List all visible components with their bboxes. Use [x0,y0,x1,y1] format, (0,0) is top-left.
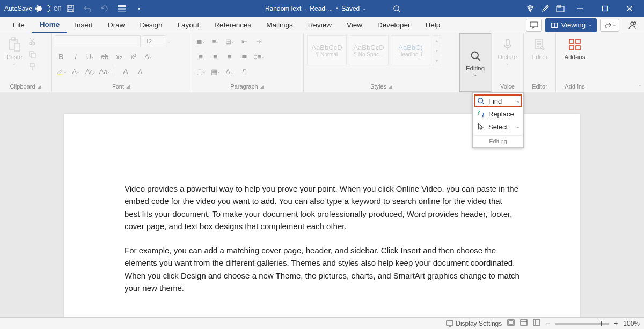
font-size-select[interactable]: 12 [143,35,165,47]
editing-dropdown: Find ⌵ Replace Select ⌵ Editing [472,92,524,148]
zoom-out-button[interactable]: − [546,320,550,327]
decrease-indent-button[interactable]: ⇤ [238,35,251,47]
format-painter-icon[interactable] [27,62,37,72]
cut-icon[interactable] [27,36,37,46]
styles-down-icon[interactable]: ▾ [433,46,441,55]
close-button[interactable] [617,0,642,17]
find-menu-item[interactable]: Find ⌵ [474,94,522,107]
display-settings-button[interactable]: Display Settings [446,320,502,327]
styles-more-icon[interactable]: ▾ [433,56,441,65]
align-center-button[interactable]: ≡ [209,50,222,62]
borders-button[interactable]: ▦⌵ [209,65,222,77]
highlight-button[interactable]: ⌵ [55,65,68,77]
editor-button[interactable]: Editor [528,35,551,61]
increase-indent-button[interactable]: ⇥ [252,35,265,47]
select-split-arrow-icon[interactable]: ⌵ [517,124,519,129]
editing-button[interactable]: Editing ⌵ [459,33,491,92]
font-name-select[interactable] [55,35,141,47]
tab-references[interactable]: References [207,17,259,33]
diamond-icon[interactable] [523,1,538,16]
tab-design[interactable]: Design [133,17,170,33]
zoom-in-button[interactable]: + [614,320,618,327]
svg-rect-4 [118,8,126,10]
numbering-button[interactable]: ≡⌵ [209,35,222,47]
view-focus-icon[interactable] [507,319,515,327]
multilevel-button[interactable]: ⊟⌵ [223,35,236,47]
dictate-button[interactable]: Dictate ⌵ [495,35,521,67]
tab-help[interactable]: Help [418,17,448,33]
view-print-icon[interactable] [520,319,528,327]
copy-icon[interactable] [27,49,37,59]
strike-button[interactable]: ab [98,50,111,62]
clear-format-button[interactable]: A◇ [84,65,97,77]
brush-icon[interactable] [538,1,553,16]
tab-view[interactable]: View [339,17,370,33]
shrink-font-button[interactable]: A [134,65,147,77]
collapse-ribbon-icon[interactable]: ˆ [639,84,641,90]
share-button[interactable]: ⌵ [600,19,619,32]
tab-draw[interactable]: Draw [100,17,133,33]
maximize-button[interactable] [592,0,617,17]
tab-developer[interactable]: Developer [370,17,418,33]
redo-icon[interactable] [97,1,112,16]
viewing-mode-button[interactable]: Viewing ⌵ [545,18,597,32]
select-menu-item[interactable]: Select ⌵ [474,120,522,133]
account-icon[interactable] [626,19,639,32]
shading-button[interactable]: ▢⌵ [194,65,207,77]
paste-button[interactable]: Paste ⌵ [3,35,25,67]
justify-button[interactable]: ≣ [238,50,251,62]
paragraph-launcher-icon[interactable]: ◢ [260,84,264,89]
style-normal[interactable]: AaBbCcD ¶ Normal [307,35,347,65]
change-case-button[interactable]: Aa⌵ [98,65,111,77]
clipboard-group-label: Clipboard [10,83,35,90]
font-launcher-icon[interactable]: ◢ [126,84,130,89]
italic-button[interactable]: I [69,50,82,62]
underline-button[interactable]: U⌵ [84,50,97,62]
autosave-toggle[interactable]: AutoSave Off [4,5,61,12]
tab-review[interactable]: Review [301,17,339,33]
show-marks-button[interactable]: ¶ [238,65,251,77]
zoom-level[interactable]: 100% [623,320,640,327]
clipboard-launcher-icon[interactable]: ◢ [38,84,41,89]
styles-up-icon[interactable]: ▴ [433,35,441,45]
replace-menu-item[interactable]: Replace [474,107,522,120]
addins-label: Add-ins [565,54,586,60]
view-web-icon[interactable] [533,319,540,327]
style-no-spacing[interactable]: AaBbCcD ¶ No Spac... [349,35,389,65]
search-icon[interactable] [389,1,404,16]
tab-mailings[interactable]: Mailings [259,17,301,33]
tab-file[interactable]: File [5,17,32,33]
voice-group-label: Voice [495,82,520,91]
style-heading-1[interactable]: AaBbC( Heading 1 [391,35,430,65]
find-split-arrow-icon[interactable]: ⌵ [517,98,519,104]
sort-button[interactable]: A↓ [223,65,236,77]
font-color-button[interactable]: A⌵ [69,65,82,77]
superscript-button[interactable]: x² [127,50,140,62]
bullets-button[interactable]: ≣⌵ [194,35,207,47]
paragraph-1[interactable]: Video provides a powerful way to help yo… [125,182,519,232]
comments-button[interactable] [526,19,542,32]
align-right-button[interactable]: ≡ [223,50,236,62]
tab-layout[interactable]: Layout [170,17,207,33]
text-effects-button[interactable]: A⌵ [142,50,155,62]
svg-point-12 [631,22,634,25]
align-left-button[interactable]: ≡ [194,50,207,62]
autosave-label: AutoSave [4,5,32,12]
addins-button[interactable]: Add-ins [561,35,589,61]
minimize-button[interactable] [568,0,592,17]
undo-icon[interactable] [80,1,95,16]
line-spacing-button[interactable]: ‡≡⌵ [252,50,265,62]
styles-launcher-icon[interactable]: ◢ [389,84,392,89]
paragraph-2[interactable]: For example, you can add a matching cove… [125,244,519,294]
qat-more-icon[interactable]: ▾ [131,1,147,16]
save-icon[interactable] [63,1,78,16]
tab-insert[interactable]: Insert [67,17,100,33]
subscript-button[interactable]: x₂ [113,50,126,62]
grow-font-button[interactable]: A [119,65,132,77]
editing-dd-group-label: Editing [474,135,522,145]
zoom-slider[interactable] [555,323,609,325]
tab-home[interactable]: Home [32,17,68,33]
window-tab-icon[interactable] [553,1,568,16]
quick-access-icon[interactable] [114,1,129,16]
bold-button[interactable]: B [55,50,68,62]
